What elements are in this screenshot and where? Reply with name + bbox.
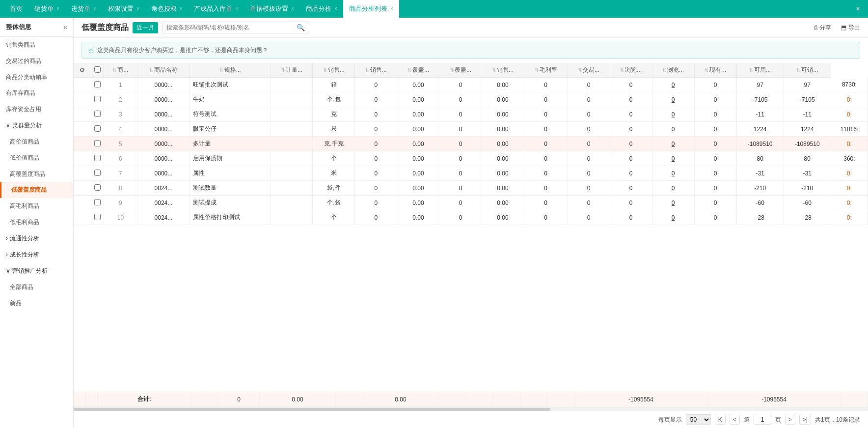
prev-page-button[interactable]: <	[730, 415, 740, 425]
search-input[interactable]	[166, 24, 297, 31]
export-button[interactable]: ⬒ 导出	[841, 24, 860, 32]
cell-checkbox[interactable]	[91, 151, 104, 166]
cell-browse1[interactable]: 0	[652, 166, 694, 181]
sidebar-item-low-margin[interactable]: 低毛利商品	[0, 214, 73, 230]
sidebar-item-new-goods[interactable]: 新品	[0, 295, 73, 312]
cell-name[interactable]: 符号测试	[190, 107, 270, 122]
sidebar-item-high-coverage[interactable]: 高覆盖度商品	[0, 166, 73, 182]
sidebar-item-category-rate[interactable]: 商品分类动销率	[0, 69, 73, 86]
next-page-button[interactable]: >	[785, 415, 795, 425]
th-spec[interactable]: 规格...	[190, 63, 270, 78]
cell-name[interactable]: 属性价格打印测试	[190, 210, 270, 225]
th-transaction[interactable]: 交易...	[568, 63, 610, 78]
cell-name[interactable]: 多计量	[190, 137, 270, 151]
cell-browse1[interactable]: 0	[652, 151, 694, 166]
sidebar-item-all-goods[interactable]: 全部商品	[0, 279, 73, 295]
nav-item-analysis[interactable]: 商品分析 ×	[300, 0, 343, 18]
nav-item-roles[interactable]: 角色授权 ×	[145, 0, 189, 18]
th-coverage1[interactable]: 覆盖...	[397, 63, 439, 78]
cell-name[interactable]: 启用保质期	[190, 151, 270, 166]
cell-name[interactable]: 测试提成	[190, 196, 270, 210]
cell-checkbox[interactable]	[91, 166, 104, 181]
sidebar-item-low-coverage[interactable]: 低覆盖度商品	[0, 182, 73, 198]
window-close-button[interactable]: ×	[852, 4, 864, 13]
nav-close-template[interactable]: ×	[291, 0, 294, 18]
row-checkbox[interactable]	[94, 170, 101, 176]
th-unit[interactable]: 计量...	[271, 63, 313, 78]
sidebar-item-stock-goods[interactable]: 有库存商品	[0, 85, 73, 101]
th-settings[interactable]: ⚙	[74, 63, 91, 78]
cell-name[interactable]: 牛奶	[190, 92, 270, 107]
th-name[interactable]: 商品名称	[137, 63, 190, 78]
nav-item-production[interactable]: 产成品入库单 ×	[188, 0, 244, 18]
cell-name[interactable]: 属性	[190, 166, 270, 181]
nav-item-sales[interactable]: 销货单 ×	[28, 0, 65, 18]
select-all-checkbox[interactable]	[94, 66, 101, 73]
sidebar-item-traded-goods[interactable]: 交易过的商品	[0, 53, 73, 69]
cell-name[interactable]: 眼宝公仔	[190, 122, 270, 137]
cell-browse1[interactable]: 0	[652, 122, 694, 137]
cell-checkbox[interactable]	[91, 181, 104, 196]
th-saleable[interactable]: 可销...	[784, 63, 831, 78]
cell-checkbox[interactable]	[91, 92, 104, 107]
cell-browse1[interactable]: 0	[652, 78, 694, 92]
row-checkbox[interactable]	[94, 125, 101, 132]
settings-icon[interactable]: ⚙	[80, 67, 85, 74]
nav-close-analysis-list[interactable]: ×	[390, 0, 393, 18]
cell-browse1[interactable]: 0	[652, 92, 694, 107]
th-sales-extra[interactable]: 销售...	[482, 63, 524, 78]
cell-browse1[interactable]: 0	[652, 196, 694, 210]
row-checkbox[interactable]	[94, 155, 101, 161]
nav-close-production[interactable]: ×	[235, 0, 238, 18]
cell-checkbox[interactable]	[91, 196, 104, 210]
nav-item-template[interactable]: 单据模板设置 ×	[244, 0, 300, 18]
nav-close-analysis[interactable]: ×	[334, 0, 337, 18]
row-checkbox[interactable]	[94, 140, 101, 146]
nav-close-roles[interactable]: ×	[180, 0, 183, 18]
cell-browse1[interactable]: 0	[652, 137, 694, 151]
cell-checkbox[interactable]	[91, 137, 104, 151]
th-sales-amt[interactable]: 销售...	[355, 63, 397, 78]
last-page-button[interactable]: >|	[799, 415, 811, 425]
nav-item-home[interactable]: 首页	[4, 0, 28, 18]
page-size-select[interactable]: 50 20 100	[686, 414, 711, 425]
th-sales-qty[interactable]: 销售...	[313, 63, 355, 78]
sidebar-item-low-value[interactable]: 低价值商品	[0, 150, 73, 166]
nav-item-permissions[interactable]: 权限设置 ×	[102, 0, 145, 18]
sidebar-item-capital[interactable]: 库存资金占用	[0, 101, 73, 117]
cell-checkbox[interactable]	[91, 122, 104, 137]
nav-item-analysis-list[interactable]: 商品分析列表 ×	[343, 0, 399, 18]
nav-close-permissions[interactable]: ×	[136, 0, 139, 18]
th-browse1[interactable]: 浏览...	[610, 63, 652, 78]
first-page-button[interactable]: K	[715, 415, 726, 425]
sidebar-group-circulation[interactable]: › 流通性分析	[0, 230, 73, 247]
sidebar-item-high-margin[interactable]: 高毛利商品	[0, 198, 73, 214]
cell-browse1[interactable]: 0	[652, 210, 694, 225]
cell-name[interactable]: 旺铺批次测试	[190, 78, 270, 92]
sidebar-item-high-value[interactable]: 高价值商品	[0, 134, 73, 150]
row-checkbox[interactable]	[94, 96, 101, 102]
th-checkbox[interactable]	[91, 63, 104, 78]
nav-close-sales[interactable]: ×	[56, 0, 59, 18]
th-browse2[interactable]: 浏览...	[652, 63, 694, 78]
sidebar-group-marketing[interactable]: ∨ 营销推广分析	[0, 263, 73, 279]
sidebar-group-growth[interactable]: › 成长性分析	[0, 247, 73, 263]
page-number-input[interactable]	[754, 415, 771, 425]
cell-browse1[interactable]: 0	[652, 107, 694, 122]
horizontal-scrollbar[interactable]	[74, 407, 868, 411]
th-available[interactable]: 可用...	[736, 63, 784, 78]
th-code[interactable]: 商...	[104, 63, 137, 78]
cell-checkbox[interactable]	[91, 78, 104, 92]
cell-checkbox[interactable]	[91, 210, 104, 225]
th-coverage2[interactable]: 覆盖...	[439, 63, 482, 78]
nav-item-purchase[interactable]: 进货单 ×	[65, 0, 102, 18]
cell-checkbox[interactable]	[91, 107, 104, 122]
th-gross-rate[interactable]: 毛利率	[524, 63, 568, 78]
cell-browse1[interactable]: 0	[652, 181, 694, 196]
sidebar-collapse-button[interactable]: «	[63, 23, 67, 31]
period-button[interactable]: 近一月	[133, 22, 158, 33]
sidebar-group-quantity-analysis[interactable]: ∨ 类群量分析	[0, 117, 73, 134]
row-checkbox[interactable]	[94, 111, 101, 117]
share-button[interactable]: ⎙ 分享	[814, 24, 831, 32]
th-current-stock[interactable]: 现有...	[694, 63, 736, 78]
